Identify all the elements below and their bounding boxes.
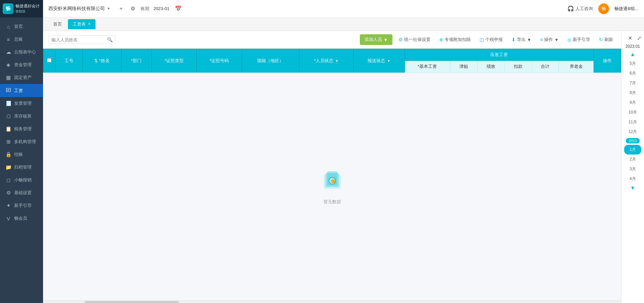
report-filter-icon[interactable]: ▼ <box>387 59 390 63</box>
salary-table: 工号 ⇅ *姓名 *部门 *证照类型 *证照号码 国籍（地区） *人员状态 ▼ <box>43 49 621 73</box>
month-item-2[interactable]: 2月 <box>621 155 644 164</box>
year-2023-badge[interactable]: 2023 <box>626 138 639 143</box>
sidebar-item-cloud-report[interactable]: ☁ 云报表中心 <box>0 46 43 58</box>
month-item-6[interactable]: 6月 <box>621 69 644 78</box>
sidebar-item-closing-label: 结账 <box>14 152 23 158</box>
sidebar-item-closing[interactable]: 🔒 结账 <box>0 148 43 161</box>
sidebar-item-inventory[interactable]: ⬡ 库存核算 <box>0 110 43 123</box>
settings-icon: ⚙ <box>5 190 11 196</box>
guide-btn-icon: ◎ <box>567 37 571 42</box>
sidebar-item-expense-label: 小畅报销 <box>14 177 32 183</box>
sidebar-item-multi-org[interactable]: ⊞ 多机构管理 <box>0 135 43 148</box>
fund-icon: ◈ <box>5 62 11 68</box>
sidebar-item-cloud-report-label: 云报表中心 <box>14 49 36 55</box>
app-logo: 畅 畅捷通好会计 旗舰版 <box>0 0 43 17</box>
sidebar-item-settings[interactable]: ⚙ 基础设置 <box>0 186 43 199</box>
month-item-9[interactable]: 9月 <box>621 98 644 107</box>
add-company-btn[interactable]: ＋ <box>117 4 125 13</box>
user-name: 畅捷通B组... <box>614 6 639 12</box>
month-item-11[interactable]: 11月 <box>621 117 644 127</box>
operation-btn[interactable]: ≡ 操作 ▼ <box>537 35 561 44</box>
table-header-total: 合计 <box>532 61 559 73</box>
settings-btn[interactable]: ⚙ <box>129 4 137 13</box>
sidebar-item-archive[interactable]: 📁 归档管理 <box>0 161 43 174</box>
table-header-id-number: *证照号码 <box>197 49 242 73</box>
panel-close-btn[interactable]: ✕ <box>627 34 634 43</box>
archive-icon: 📁 <box>5 164 11 170</box>
tab-salary[interactable]: 工资表 ✕ <box>68 19 96 29</box>
table-header-nationality: 国籍（地区） <box>242 49 299 73</box>
export-dropdown-icon: ▼ <box>527 37 531 42</box>
tab-home[interactable]: 首页 <box>48 19 67 29</box>
month-item-8[interactable]: 8月 <box>621 88 644 98</box>
table-header-deduction: 扣款 <box>504 61 532 73</box>
month-item-3[interactable]: 3月 <box>621 164 644 174</box>
sidebar-item-guide[interactable]: ✦ 新手引导 <box>0 199 43 212</box>
company-dropdown-icon: ▼ <box>107 7 110 10</box>
member-icon: V <box>5 216 11 221</box>
svg-text:😊: 😊 <box>331 178 336 183</box>
sidebar-item-fixed-assets[interactable]: ▦ 固定资产 <box>0 71 43 84</box>
table-header-performance: 绩效 <box>477 61 504 73</box>
sidebar-item-salary-label: 工资 <box>14 88 23 94</box>
sidebar-item-fund-label: 资金管理 <box>14 62 32 68</box>
sidebar-item-ledger[interactable]: ≡ 总账 <box>0 33 43 46</box>
header-actions: ＋ ⚙ <box>117 4 137 13</box>
month-item-1[interactable]: 1月 <box>624 145 641 155</box>
refresh-btn[interactable]: ↻ 刷新 <box>596 35 616 44</box>
month-item-12[interactable]: 12月 <box>621 127 644 137</box>
company-selector[interactable]: 西安虾米网络科技有限公司 ▼ <box>48 6 110 12</box>
status-filter-icon[interactable]: ▼ <box>335 59 339 63</box>
month-item-5[interactable]: 5月 <box>621 59 644 69</box>
sidebar-item-fixed-assets-label: 固定资产 <box>14 75 32 81</box>
special-deduction-btn[interactable]: ⊕ 专项附加扣除 <box>437 35 473 44</box>
social-security-label: 统一社保设置 <box>404 37 430 43</box>
sidebar-item-member-label: 畅会员 <box>14 215 27 221</box>
sidebar-item-member[interactable]: V 畅会员 <box>0 212 43 225</box>
sort-icon[interactable]: ⇅ <box>94 58 98 63</box>
select-all-checkbox[interactable] <box>47 58 51 62</box>
export-icon: ⬇ <box>512 37 516 42</box>
sidebar-item-guide-label: 新手引导 <box>14 203 32 209</box>
table-header-base-salary: *基本工资 <box>405 61 450 73</box>
service-btn[interactable]: 🎧 人工咨询 <box>567 5 593 12</box>
export-btn[interactable]: ⬇ 导出 ▼ <box>509 35 534 44</box>
tax-btn[interactable]: ◫ 个税申报 <box>477 35 505 44</box>
panel-expand-btn[interactable]: ⤢ <box>636 34 643 43</box>
app-name: 畅捷通好会计 <box>15 4 40 9</box>
add-person-dropdown-icon: ▼ <box>383 37 388 42</box>
month-item-10[interactable]: 10月 <box>621 107 644 117</box>
table-header-id-type: *证照类型 <box>151 49 197 73</box>
month-item-7[interactable]: 7月 <box>621 78 644 88</box>
guide-btn[interactable]: ◎ 新手引导 <box>565 35 593 44</box>
period-label: 账期 <box>141 6 149 12</box>
sidebar-item-home[interactable]: ⌂ 首页 <box>0 20 43 33</box>
sidebar-item-salary[interactable]: 工资 <box>0 84 43 97</box>
export-label: 导出 <box>517 37 526 43</box>
scroll-thumb[interactable] <box>85 301 179 303</box>
sidebar-item-invoice[interactable]: 🧾 发票管理 <box>0 97 43 110</box>
salary-icon <box>5 87 11 94</box>
sidebar-item-settings-label: 基础设置 <box>14 190 32 196</box>
app-edition: 旗舰版 <box>15 9 40 14</box>
month-item-4[interactable]: 4月 <box>621 174 644 184</box>
add-person-button[interactable]: 添加人员 ▼ <box>360 34 392 45</box>
scroll-up-btn[interactable]: ▲ <box>621 50 644 59</box>
refresh-icon: ↻ <box>599 37 603 42</box>
operation-icon: ≡ <box>540 37 543 42</box>
social-security-btn[interactable]: ⚙ 统一社保设置 <box>396 35 433 44</box>
logo-text-wrap: 畅捷通好会计 旗舰版 <box>15 4 40 14</box>
table-header-status: *人员状态 ▼ <box>299 49 353 73</box>
search-input[interactable] <box>51 37 105 42</box>
fixed-assets-icon: ▦ <box>5 75 11 81</box>
sidebar-item-invoice-label: 发票管理 <box>14 100 32 106</box>
tab-salary-close[interactable]: ✕ <box>88 22 91 26</box>
sidebar-item-fund[interactable]: ◈ 资金管理 <box>0 58 43 71</box>
scroll-down-btn[interactable]: ▼ <box>621 184 644 192</box>
table-header-report-status: 报送状态 ▼ <box>353 49 405 73</box>
sidebar: 畅 畅捷通好会计 旗舰版 ⌂ 首页 ≡ 总账 ☁ 云报表中心 ◈ 资金管理 ▦ … <box>0 0 43 303</box>
sidebar-item-tax[interactable]: 📋 税务管理 <box>0 123 43 135</box>
table-header-allowance: 津贴 <box>450 61 477 73</box>
sidebar-item-expense[interactable]: ◻ 小畅报销 <box>0 174 43 186</box>
calendar-icon[interactable]: 📅 <box>174 4 183 13</box>
